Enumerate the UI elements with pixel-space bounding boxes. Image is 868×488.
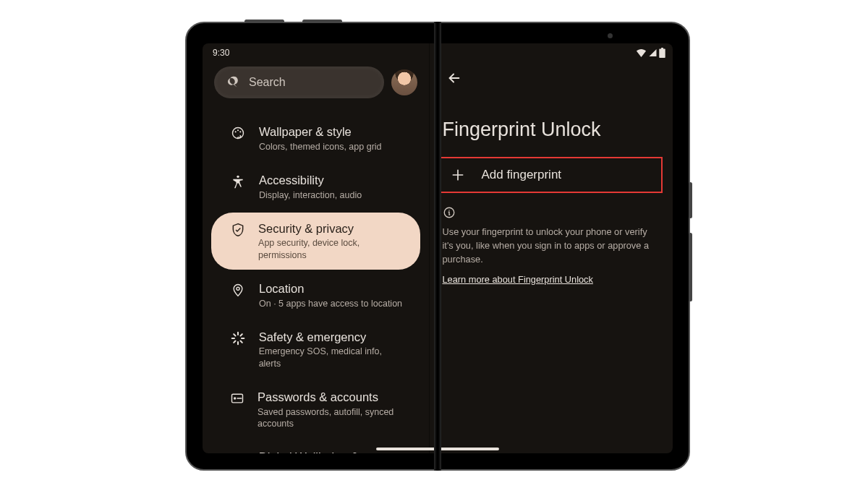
shield-icon (230, 221, 245, 237)
sidebar-item-sub: Display, interaction, audio (259, 189, 362, 201)
svg-point-3 (239, 131, 241, 132)
location-icon (230, 281, 246, 297)
info-icon (443, 206, 665, 219)
sidebar-item-security[interactable]: Security & privacy App security, device … (211, 213, 420, 270)
add-fingerprint-button[interactable]: Add fingerprint (438, 157, 663, 193)
device-button (689, 233, 692, 301)
back-button[interactable] (440, 64, 469, 93)
detail-pane: Fingerprint Unlock Add fingerprint Use y… (429, 43, 673, 453)
info-text: Use your fingerprint to unlock your phon… (443, 225, 659, 267)
wifi-icon (636, 48, 647, 57)
front-camera (608, 33, 613, 38)
add-fingerprint-label: Add fingerprint (482, 168, 562, 182)
plus-icon (450, 167, 466, 183)
device-hinge (434, 22, 441, 471)
svg-point-7 (234, 397, 236, 399)
device-button (689, 182, 692, 218)
sidebar-item-wallpaper[interactable]: Wallpaper & style Colors, themed icons, … (211, 116, 420, 161)
sidebar-item-safety[interactable]: Safety & emergency Emergency SOS, medica… (211, 321, 420, 378)
accessibility-icon (230, 173, 246, 189)
svg-point-2 (237, 129, 239, 131)
sidebar-item-label: Security & privacy (258, 221, 404, 236)
palette-icon (230, 124, 246, 140)
profile-avatar[interactable] (391, 69, 417, 95)
wellbeing-icon (230, 450, 246, 451)
svg-point-4 (237, 176, 239, 178)
settings-list-pane: Search Wallpaper & style Colors, themed … (203, 43, 429, 453)
search-icon (226, 76, 239, 89)
page-title: Fingerprint Unlock (443, 119, 665, 141)
search-placeholder: Search (249, 76, 286, 89)
svg-point-1 (235, 131, 237, 132)
emergency-icon (230, 330, 246, 346)
sidebar-item-label: Passwords & accounts (258, 390, 404, 405)
search-settings-input[interactable]: Search (214, 67, 384, 98)
battery-icon (659, 48, 665, 58)
sidebar-item-accessibility[interactable]: Accessibility Display, interaction, audi… (211, 164, 420, 210)
sidebar-item-location[interactable]: Location On · 5 apps have access to loca… (211, 273, 420, 318)
device-button (244, 20, 284, 23)
sidebar-item-sub: Colors, themed icons, app grid (259, 141, 382, 153)
device-button (302, 20, 342, 23)
passwords-icon (230, 390, 244, 406)
sidebar-item-sub: Saved passwords, autofill, synced accoun… (258, 406, 404, 430)
sidebar-item-label: Location (259, 281, 402, 296)
status-clock: 9:30 (213, 48, 229, 58)
sidebar-item-passwords[interactable]: Passwords & accounts Saved passwords, au… (211, 381, 420, 438)
sidebar-item-label: Safety & emergency (259, 330, 404, 345)
sidebar-item-label: Wallpaper & style (259, 124, 382, 140)
svg-point-5 (237, 287, 239, 290)
sidebar-item-sub: App security, device lock, permissions (258, 237, 404, 261)
signal-icon (648, 48, 658, 57)
sidebar-item-sub: On · 5 apps have access to location (259, 298, 402, 309)
device-frame: 9:30 Search (185, 22, 690, 471)
arrow-back-icon (446, 70, 462, 86)
sidebar-item-sub: Emergency SOS, medical info, alerts (259, 346, 404, 369)
sidebar-item-label: Accessibility (259, 173, 362, 188)
learn-more-link[interactable]: Learn more about Fingerprint Unlock (443, 274, 665, 285)
